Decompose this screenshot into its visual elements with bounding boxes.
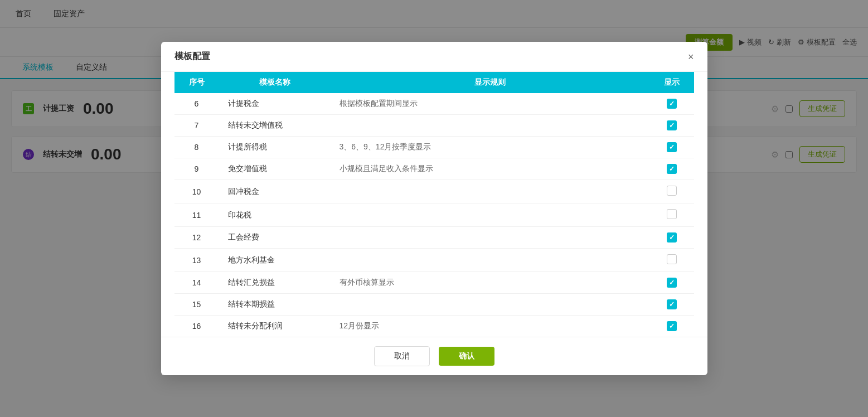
cell-rule — [331, 203, 649, 227]
cell-rule: 小规模且满足收入条件显示 — [331, 158, 649, 180]
cancel-button[interactable]: 取消 — [374, 346, 430, 366]
cell-name: 结转汇兑损益 — [219, 272, 331, 294]
cell-index: 11 — [174, 203, 219, 227]
cell-index: 6 — [174, 93, 219, 115]
cell-rule: 根据模板配置期间显示 — [331, 93, 649, 115]
cell-checkbox[interactable] — [649, 249, 694, 272]
cell-name: 计提所得税 — [219, 137, 331, 158]
cell-rule: 12月份显示 — [331, 316, 649, 337]
cell-checkbox[interactable] — [649, 316, 694, 337]
cell-checkbox[interactable] — [649, 93, 694, 115]
cell-checkbox[interactable] — [649, 137, 694, 158]
cell-name: 工会经费 — [219, 227, 331, 249]
cell-index: 16 — [174, 316, 219, 337]
modal-close-button[interactable]: × — [688, 52, 694, 62]
checkbox-checked[interactable] — [667, 232, 677, 243]
checkbox-unchecked[interactable] — [667, 209, 677, 219]
cell-name: 结转未交增值税 — [219, 115, 331, 137]
col-header-rule: 显示规则 — [331, 72, 649, 93]
table-row: 14结转汇兑损益有外币核算显示 — [174, 272, 694, 294]
table-row: 13地方水利基金 — [174, 249, 694, 272]
checkbox-checked[interactable] — [667, 164, 677, 174]
cell-checkbox[interactable] — [649, 272, 694, 294]
cell-rule — [331, 115, 649, 137]
cell-name: 结转本期损益 — [219, 294, 331, 316]
cell-name: 印花税 — [219, 203, 331, 227]
checkbox-unchecked[interactable] — [667, 186, 677, 196]
cell-checkbox[interactable] — [649, 180, 694, 203]
checkbox-checked[interactable] — [667, 99, 677, 109]
modal-overlay: 模板配置 × 序号 模板名称 显示规则 显示 6计提税金根据模板配置期间显示7结… — [0, 0, 868, 417]
cell-index: 10 — [174, 180, 219, 203]
cell-rule: 有外币核算显示 — [331, 272, 649, 294]
cell-rule — [331, 227, 649, 249]
cell-name: 地方水利基金 — [219, 249, 331, 272]
modal-template-config: 模板配置 × 序号 模板名称 显示规则 显示 6计提税金根据模板配置期间显示7结… — [161, 42, 707, 375]
table-row: 10回冲税金 — [174, 180, 694, 203]
modal-footer: 取消 确认 — [161, 337, 707, 375]
checkbox-checked[interactable] — [667, 278, 677, 288]
cell-name: 回冲税金 — [219, 180, 331, 203]
cell-rule — [331, 180, 649, 203]
col-header-display: 显示 — [649, 72, 694, 93]
cell-index: 15 — [174, 294, 219, 316]
modal-title: 模板配置 — [174, 51, 210, 62]
checkbox-checked[interactable] — [667, 142, 677, 152]
cell-checkbox[interactable] — [649, 203, 694, 227]
cell-checkbox[interactable] — [649, 227, 694, 249]
cell-rule — [331, 294, 649, 316]
cell-name: 计提税金 — [219, 93, 331, 115]
table-row: 16结转未分配利润12月份显示 — [174, 316, 694, 337]
table-row: 9免交增值税小规模且满足收入条件显示 — [174, 158, 694, 180]
col-header-index: 序号 — [174, 72, 219, 93]
cell-index: 14 — [174, 272, 219, 294]
col-header-name: 模板名称 — [219, 72, 331, 93]
cell-rule — [331, 249, 649, 272]
table-row: 11印花税 — [174, 203, 694, 227]
cell-checkbox[interactable] — [649, 158, 694, 180]
confirm-button[interactable]: 确认 — [439, 347, 494, 366]
checkbox-unchecked[interactable] — [667, 254, 677, 264]
modal-header: 模板配置 × — [161, 42, 707, 72]
checkbox-checked[interactable] — [667, 299, 677, 309]
config-table: 序号 模板名称 显示规则 显示 6计提税金根据模板配置期间显示7结转未交增值税8… — [174, 72, 694, 337]
checkbox-checked[interactable] — [667, 321, 677, 331]
cell-index: 13 — [174, 249, 219, 272]
checkbox-checked[interactable] — [667, 120, 677, 130]
cell-checkbox[interactable] — [649, 294, 694, 316]
table-header: 序号 模板名称 显示规则 显示 — [174, 72, 694, 93]
table-row: 12工会经费 — [174, 227, 694, 249]
cell-index: 8 — [174, 137, 219, 158]
table-body: 6计提税金根据模板配置期间显示7结转未交增值税8计提所得税3、6、9、12月按季… — [174, 93, 694, 337]
cell-index: 12 — [174, 227, 219, 249]
cell-checkbox[interactable] — [649, 115, 694, 137]
table-row: 7结转未交增值税 — [174, 115, 694, 137]
cell-name: 免交增值税 — [219, 158, 331, 180]
cell-name: 结转未分配利润 — [219, 316, 331, 337]
cell-index: 9 — [174, 158, 219, 180]
cell-index: 7 — [174, 115, 219, 137]
cell-rule: 3、6、9、12月按季度显示 — [331, 137, 649, 158]
table-row: 15结转本期损益 — [174, 294, 694, 316]
modal-body[interactable]: 序号 模板名称 显示规则 显示 6计提税金根据模板配置期间显示7结转未交增值税8… — [161, 72, 707, 337]
table-row: 6计提税金根据模板配置期间显示 — [174, 93, 694, 115]
table-row: 8计提所得税3、6、9、12月按季度显示 — [174, 137, 694, 158]
